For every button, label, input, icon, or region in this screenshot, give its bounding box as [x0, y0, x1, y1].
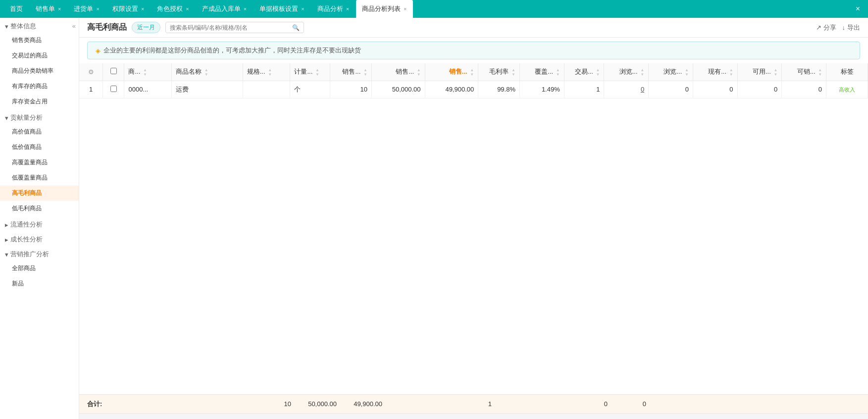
sidebar-item-sales-goods[interactable]: 销售类商品	[0, 33, 79, 48]
close-icon[interactable]: ×	[186, 0, 189, 18]
sidebar-item-in-stock-goods[interactable]: 有库存的商品	[0, 79, 79, 94]
col-browse2-header[interactable]: 浏览... ▲▼	[649, 63, 693, 81]
row-cover: 1.49%	[520, 81, 564, 98]
row-browse1[interactable]: 0	[604, 81, 649, 98]
sidebar-item-traded-goods[interactable]: 交易过的商品	[0, 48, 79, 63]
col-settings[interactable]	[79, 63, 103, 81]
nav-permissions[interactable]: 权限设置 ×	[106, 0, 150, 18]
footer-sales-num: 10	[260, 400, 295, 408]
sidebar-item-low-margin[interactable]: 低毛利商品	[0, 201, 79, 216]
col-unit-header[interactable]: 计量... ▲▼	[290, 63, 330, 81]
bottom-scrollbar[interactable]	[79, 413, 868, 419]
sidebar-group-marketing[interactable]: 营销推广分析	[0, 246, 79, 261]
footer-label: 合计:	[87, 400, 176, 409]
sidebar-item-low-value[interactable]: 低价值商品	[0, 140, 79, 155]
close-icon[interactable]: ×	[301, 0, 304, 18]
sidebar-group-contribution[interactable]: 贡献量分析	[0, 109, 79, 124]
sidebar-item-high-margin[interactable]: 高毛利商品	[0, 186, 79, 201]
col-tag-header[interactable]: 标签	[826, 63, 868, 81]
col-code-header[interactable]: 商... ▲▼	[124, 63, 172, 81]
sort-icon: ▲▼	[204, 68, 208, 77]
top-nav: 首页 销售单 × 进货单 × 权限设置 × 角色授权 × 产成品入库单 × 单据…	[0, 0, 868, 18]
close-icon[interactable]: ×	[96, 0, 99, 18]
sidebar-item-stock-capital[interactable]: 库存资金占用	[0, 94, 79, 109]
export-icon	[842, 24, 846, 31]
sort-icon: ▲▼	[556, 68, 560, 77]
col-stock-avail-header[interactable]: 可用... ▲▼	[737, 63, 782, 81]
nav-product-analysis[interactable]: 商品分析 ×	[311, 0, 355, 18]
sidebar-item-all-goods[interactable]: 全部商品	[0, 261, 79, 276]
footer-sales-profit: 49,900.00	[341, 400, 386, 408]
chevron-down-icon	[5, 251, 8, 258]
row-stock-cur: 0	[693, 81, 737, 98]
share-button[interactable]: 分享	[816, 23, 836, 32]
row-browse2: 0	[649, 81, 693, 98]
row-unit: 个	[290, 81, 330, 98]
row-tag: 高收入	[826, 81, 868, 98]
select-all-checkbox[interactable]	[110, 68, 117, 74]
sort-icon: ▲▼	[143, 68, 147, 77]
row-gross-rate: 99.8%	[478, 81, 520, 98]
col-name-header[interactable]: 商品名称 ▲▼	[172, 63, 243, 81]
row-stock-sell: 0	[782, 81, 826, 98]
col-sales-num-header[interactable]: 销售... ▲▼	[330, 63, 372, 81]
col-gross-rate-header[interactable]: 毛利率 ▲▼	[478, 63, 520, 81]
sidebar-item-category-rate[interactable]: 商品分类助销率	[0, 63, 79, 79]
sort-icon: ▲▼	[363, 68, 367, 77]
sort-icon: ▲▼	[729, 68, 733, 77]
settings-icon	[88, 68, 94, 76]
close-icon[interactable]: ×	[404, 0, 407, 18]
col-cover-header[interactable]: 覆盖... ▲▼	[520, 63, 564, 81]
nav-template-settings[interactable]: 单据模板设置 ×	[254, 0, 310, 18]
chevron-down-icon	[5, 23, 8, 30]
sidebar-item-low-coverage[interactable]: 低覆盖量商品	[0, 170, 79, 186]
nav-purchase-order[interactable]: 进货单 ×	[68, 0, 105, 18]
sort-icon: ▲▼	[818, 68, 822, 77]
sidebar-collapse-button[interactable]	[72, 22, 76, 30]
col-sales-profit-header[interactable]: 销售... ▲▼	[425, 63, 478, 81]
nav-home[interactable]: 首页	[4, 0, 29, 18]
sort-icon: ▲▼	[470, 68, 474, 77]
chevron-right-icon	[5, 221, 8, 229]
col-browse1-header[interactable]: 浏览... ▲▼	[604, 63, 649, 81]
row-select-checkbox[interactable]	[110, 86, 117, 92]
col-stock-cur-header[interactable]: 现有... ▲▼	[693, 63, 737, 81]
sidebar-item-high-coverage[interactable]: 高覆盖量商品	[0, 155, 79, 170]
close-all-button[interactable]: ×	[852, 4, 864, 13]
sidebar-group-growth[interactable]: 成长性分析	[0, 231, 79, 246]
sidebar-item-new-goods[interactable]: 新品	[0, 276, 79, 291]
col-sales-amt-header[interactable]: 销售... ▲▼	[371, 63, 425, 81]
sidebar-group-liquidity[interactable]: 流通性分析	[0, 216, 79, 231]
nav-finished-goods[interactable]: 产成品入库单 ×	[196, 0, 253, 18]
sort-icon: ▲▼	[596, 68, 600, 77]
nav-role-auth[interactable]: 角色授权 ×	[151, 0, 195, 18]
search-input[interactable]	[170, 24, 290, 31]
close-icon[interactable]: ×	[244, 0, 247, 18]
sort-icon: ▲▼	[773, 68, 777, 77]
filter-recent-month-button[interactable]: 近一月	[132, 22, 160, 33]
sort-icon: ▲▼	[268, 68, 272, 77]
search-box	[165, 22, 304, 33]
close-icon[interactable]: ×	[346, 0, 349, 18]
col-trade-header[interactable]: 交易... ▲▼	[564, 63, 604, 81]
row-name: 运费	[172, 81, 243, 98]
tip-icon	[96, 47, 101, 54]
content-area: 高毛利商品 近一月 分享 导出 企业的主要的利润都是这部分商品创造的，可考虑加大…	[79, 18, 868, 419]
sidebar-group-overall[interactable]: 整体信息	[0, 18, 79, 33]
close-icon[interactable]: ×	[141, 0, 144, 18]
export-button[interactable]: 导出	[842, 23, 861, 32]
footer-sales-amt: 50,000.00	[295, 400, 341, 408]
sort-icon: ▲▼	[640, 68, 644, 77]
nav-sales-order[interactable]: 销售单 ×	[30, 0, 67, 18]
row-checkbox[interactable]	[103, 81, 124, 98]
search-icon[interactable]	[292, 24, 300, 31]
close-icon[interactable]: ×	[58, 0, 61, 18]
col-checkbox[interactable]	[103, 63, 124, 81]
col-spec-header[interactable]: 规格... ▲▼	[243, 63, 290, 81]
table-wrapper: 商... ▲▼ 商品名称 ▲▼ 规格... ▲▼ 计量...	[79, 63, 868, 394]
col-stock-sell-header[interactable]: 可销... ▲▼	[782, 63, 826, 81]
share-icon	[816, 24, 821, 31]
sidebar-item-high-value[interactable]: 高价值商品	[0, 124, 79, 140]
page-title: 高毛利商品	[87, 22, 127, 33]
nav-product-analysis-list[interactable]: 商品分析列表 ×	[356, 0, 412, 18]
